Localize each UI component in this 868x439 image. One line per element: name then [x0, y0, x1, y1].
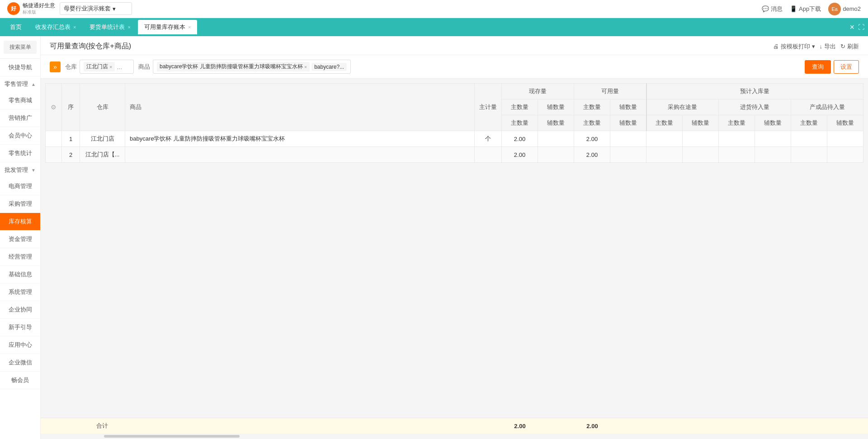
nav-actions: × ⛶ [849, 23, 864, 32]
sidebar-item-member[interactable]: 畅会员 [0, 372, 40, 389]
row-pi-aux [755, 147, 791, 163]
table-row: 1 江北门店 babycare学饮杯 儿童防摔防撞吸管杯重力球吸嘴杯宝宝水杯 个… [46, 131, 863, 147]
product-tag-2-text: babycare?... [314, 64, 344, 70]
sidebar-item-operations[interactable]: 经营管理 [0, 248, 40, 266]
sidebar-item-enterprise-wechat[interactable]: 企业微信 [0, 354, 40, 372]
warehouse-tag-close[interactable]: × [109, 64, 112, 70]
product-label: 商品 [138, 63, 150, 71]
search-menu-btn[interactable]: 搜索菜单 [4, 41, 37, 54]
user-area[interactable]: Ea demo2 [828, 3, 861, 15]
product-filter: 商品 babycare学饮杯 儿童防摔防撞吸管杯重力球吸嘴杯宝宝水杯 × bab… [138, 60, 351, 74]
summary-available-main: 2.00 [574, 423, 610, 430]
th-pi-aux: 辅数量 [755, 115, 791, 131]
row-available-main: 2.00 [574, 147, 610, 163]
table-settings-icon[interactable]: ⚙ [51, 104, 57, 111]
tab-home[interactable]: 首页 [4, 20, 28, 34]
industry-select[interactable]: 母婴行业演示账套 ▾ [60, 2, 132, 15]
sidebar-item-retail-stats[interactable]: 零售统计 [0, 145, 40, 162]
warehouse-input[interactable]: 江北门店 × ... [80, 60, 134, 74]
filter-bar: » 仓库 江北门店 × ... 商品 babycare学饮杯 儿童防摔防撞吸管杯… [41, 55, 868, 79]
th-main-unit: 主计量 [475, 84, 502, 131]
filter-actions: 查询 设置 [805, 60, 859, 74]
th-gear: ⚙ [46, 84, 62, 131]
sidebar-item-ecommerce[interactable]: 电商管理 [0, 178, 40, 195]
row-available-aux [610, 131, 646, 147]
logo-text-block: 畅捷通好生意 标准版 [23, 2, 55, 15]
message-btn[interactable]: 💬 消息 [762, 5, 783, 13]
sidebar-item-purchase-mgmt[interactable]: 采购管理 [0, 195, 40, 213]
th-prod-aux: 辅数量 [827, 115, 863, 131]
row-prod-aux [827, 131, 863, 147]
row-checkbox [46, 147, 62, 163]
th-available-main-qty: 主数量 [574, 99, 610, 115]
page-header-actions: 🖨 按模板打印 ▾ ↓ 导出 ↻ 刷新 [773, 42, 859, 51]
sidebar-item-member-center[interactable]: 会员中心 [0, 127, 40, 145]
page-title: 可用量查询(按仓库+商品) [50, 42, 131, 51]
sidebar-item-retail-mgmt[interactable]: 零售管理 ▲ [0, 76, 40, 92]
warehouse-tag-text: 江北门店 [86, 63, 108, 71]
export-icon: ↓ [820, 43, 823, 50]
export-label: 导出 [824, 42, 836, 51]
logo-icon: 好 [7, 2, 20, 15]
row-current-main: 2.00 [502, 131, 538, 147]
product-tag-1-text: babycare学饮杯 儿童防摔防撞吸管杯重力球吸嘴杯宝宝水杯 [160, 63, 303, 71]
filter-expand-btn[interactable]: » [50, 61, 61, 72]
sidebar-item-quick-nav[interactable]: 快捷导航 [0, 59, 40, 76]
sidebar-item-finance[interactable]: 资金管理 [0, 231, 40, 248]
row-current-aux [538, 147, 574, 163]
settings-btn[interactable]: 设置 [834, 60, 859, 74]
row-product: babycare学饮杯 儿童防摔防撞吸管杯重力球吸嘴杯宝宝水杯 [125, 131, 475, 147]
tab-order-summary-label: 要货单统计表 [90, 23, 125, 31]
refresh-btn[interactable]: ↻ 刷新 [840, 42, 859, 51]
tab-receipt-summary-close[interactable]: × [73, 24, 76, 30]
close-all-btn[interactable]: × [849, 23, 854, 32]
sidebar-item-wholesale-mgmt[interactable]: 批发管理 ▼ [0, 162, 40, 178]
product-input[interactable]: babycare学饮杯 儿童防摔防撞吸管杯重力球吸嘴杯宝宝水杯 × babyca… [153, 60, 351, 74]
scroll-bar-area [41, 434, 868, 439]
sidebar-item-inventory[interactable]: 库存核算 [0, 213, 40, 231]
print-btn[interactable]: 🖨 按模板打印 ▾ [773, 42, 815, 51]
sidebar-item-new-guide[interactable]: 新手引导 [0, 319, 40, 336]
horizontal-scrollbar[interactable] [104, 435, 240, 438]
logo-sub: 标准版 [23, 9, 55, 15]
th-warehouse: 仓库 [80, 84, 125, 131]
row-pi-main [719, 131, 755, 147]
th-product-inbound-group: 产成品待入量 [791, 99, 863, 115]
sidebar-item-system-mgmt[interactable]: 系统管理 [0, 283, 40, 301]
th-cs-main: 主数量 [502, 115, 538, 131]
print-arrow: ▾ [812, 43, 815, 50]
app-download-btn[interactable]: 📱 App下载 [790, 5, 821, 13]
top-bar: 好 畅捷通好生意 标准版 母婴行业演示账套 ▾ 💬 消息 📱 App下载 Ea … [0, 0, 868, 18]
tab-available-stock-close[interactable]: × [188, 24, 191, 30]
nav-tabs-bar: 首页 收发存汇总表 × 要货单统计表 × 可用量库存账本 × × ⛶ [0, 18, 868, 36]
export-btn[interactable]: ↓ 导出 [820, 42, 836, 51]
app-download-label: App下载 [799, 5, 821, 13]
th-av-aux: 辅数量 [610, 115, 646, 131]
tab-available-stock[interactable]: 可用量库存账本 × [138, 20, 197, 34]
sidebar-item-marketing[interactable]: 营销推广 [0, 109, 40, 127]
row-pi-aux [755, 131, 791, 147]
tab-order-summary[interactable]: 要货单统计表 × [83, 20, 137, 34]
th-pt-main: 主数量 [646, 115, 683, 131]
sidebar-item-app-center[interactable]: 应用中心 [0, 336, 40, 354]
sidebar-item-basic-info[interactable]: 基础信息 [0, 266, 40, 283]
product-tag-1-close[interactable]: × [304, 64, 307, 70]
warehouse-filter: 仓库 江北门店 × ... [65, 60, 134, 74]
fullscreen-btn[interactable]: ⛶ [858, 24, 864, 31]
th-current-stock-group: 现存量 [502, 84, 574, 99]
tab-order-summary-close[interactable]: × [127, 24, 130, 30]
row-available-main: 2.00 [574, 131, 610, 147]
message-icon: 💬 [762, 5, 769, 12]
query-btn[interactable]: 查询 [805, 60, 831, 74]
row-unit [475, 147, 502, 163]
sidebar-item-retail-mall[interactable]: 零售商城 [0, 92, 40, 109]
product-tag-2: babycare?... [311, 63, 347, 71]
sidebar-item-enterprise-collab[interactable]: 企业协同 [0, 301, 40, 319]
th-available-group: 可用量 [574, 84, 646, 99]
content-area: 可用量查询(按仓库+商品) 🖨 按模板打印 ▾ ↓ 导出 ↻ 刷新 » [41, 36, 868, 439]
warehouse-more[interactable]: ... [117, 63, 122, 71]
top-bar-right: 💬 消息 📱 App下载 Ea demo2 [762, 3, 861, 15]
tab-available-stock-label: 可用量库存账本 [144, 23, 185, 31]
tab-receipt-summary[interactable]: 收发存汇总表 × [29, 20, 82, 34]
row-pt-main [646, 131, 683, 147]
